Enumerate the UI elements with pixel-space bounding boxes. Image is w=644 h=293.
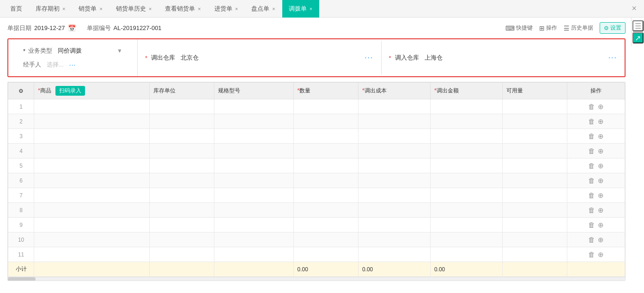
cell-product[interactable] [34, 188, 150, 203]
tab-sales-order[interactable]: 销货单 × [72, 0, 109, 18]
shortcut-link[interactable]: ⌨ 快捷键 [505, 24, 533, 32]
cell-unit[interactable] [149, 218, 214, 232]
cell-available[interactable] [502, 188, 567, 203]
cell-product[interactable] [34, 218, 150, 232]
cell-cost[interactable] [358, 129, 430, 144]
copy-row-button[interactable]: ⊕ [598, 236, 604, 244]
transfer-in-more-button[interactable]: ··· [608, 54, 617, 62]
cell-product[interactable] [34, 159, 150, 173]
cell-product[interactable] [34, 232, 150, 247]
cell-amount[interactable] [430, 203, 502, 218]
tab-sales-history[interactable]: 销货单历史 × [109, 0, 158, 18]
cell-qty[interactable] [293, 114, 358, 129]
close-tab-sales-order[interactable]: × [99, 6, 102, 12]
copy-row-button[interactable]: ⊕ [598, 103, 604, 111]
cell-cost[interactable] [358, 232, 430, 247]
cell-unit[interactable] [149, 232, 214, 247]
cell-spec[interactable] [214, 218, 294, 232]
cell-qty[interactable] [293, 159, 358, 173]
cell-product[interactable] [34, 203, 150, 218]
copy-row-button[interactable]: ⊕ [598, 177, 604, 185]
cell-amount[interactable] [430, 173, 502, 188]
cell-spec[interactable] [214, 144, 294, 159]
cell-spec[interactable] [214, 129, 294, 144]
cell-cost[interactable] [358, 99, 430, 114]
delete-row-button[interactable]: 🗑 [588, 162, 595, 170]
cell-available[interactable] [502, 173, 567, 188]
cell-unit[interactable] [149, 247, 214, 262]
close-tab-purchase[interactable]: × [235, 6, 238, 12]
delete-row-button[interactable]: 🗑 [588, 206, 595, 214]
cell-amount[interactable] [430, 247, 502, 262]
cell-qty[interactable] [293, 173, 358, 188]
cell-qty[interactable] [293, 218, 358, 232]
cell-qty[interactable] [293, 144, 358, 159]
cell-amount[interactable] [430, 232, 502, 247]
cell-unit[interactable] [149, 173, 214, 188]
copy-row-button[interactable]: ⊕ [598, 206, 604, 214]
cell-spec[interactable] [214, 247, 294, 262]
cell-cost[interactable] [358, 144, 430, 159]
horizontal-scrollbar[interactable] [8, 277, 625, 281]
cell-cost[interactable] [358, 159, 430, 173]
cell-spec[interactable] [214, 114, 294, 129]
handler-more-button[interactable]: ··· [69, 61, 76, 68]
cell-amount[interactable] [430, 218, 502, 232]
cell-unit[interactable] [149, 144, 214, 159]
delete-row-button[interactable]: 🗑 [588, 117, 595, 125]
cell-product[interactable] [34, 247, 150, 262]
calendar-icon[interactable]: 📅 [68, 24, 76, 32]
cell-amount[interactable] [430, 144, 502, 159]
cell-qty[interactable] [293, 129, 358, 144]
copy-row-button[interactable]: ⊕ [598, 162, 604, 170]
cell-unit[interactable] [149, 99, 214, 114]
cell-available[interactable] [502, 114, 567, 129]
copy-row-button[interactable]: ⊕ [598, 147, 604, 155]
cell-product[interactable] [34, 173, 150, 188]
cell-available[interactable] [502, 203, 567, 218]
delete-row-button[interactable]: 🗑 [588, 103, 595, 110]
scrollbar-thumb[interactable] [8, 277, 36, 281]
cell-available[interactable] [502, 232, 567, 247]
sidebar-note-button[interactable]: ☰ [632, 20, 644, 31]
cell-product[interactable] [34, 129, 150, 144]
close-tab-view-sales[interactable]: × [198, 6, 200, 12]
copy-row-button[interactable]: ⊕ [598, 250, 604, 259]
cell-spec[interactable] [214, 159, 294, 173]
settings-button[interactable]: ⚙ 设置 [600, 22, 626, 34]
cell-available[interactable] [502, 144, 567, 159]
cell-product[interactable] [34, 114, 150, 129]
cell-qty[interactable] [293, 99, 358, 114]
tab-stocktake[interactable]: 盘点单 × [245, 0, 282, 18]
cell-unit[interactable] [149, 159, 214, 173]
cell-product[interactable] [34, 99, 150, 114]
scan-input-button[interactable]: 扫码录入 [55, 86, 85, 96]
tab-transfer[interactable]: 调拨单 × [282, 0, 319, 18]
delete-row-button[interactable]: 🗑 [588, 132, 595, 140]
copy-row-button[interactable]: ⊕ [598, 191, 604, 200]
cell-qty[interactable] [293, 247, 358, 262]
close-tab-stocktake[interactable]: × [272, 6, 275, 12]
ops-link[interactable]: ⊞ 操作 [539, 24, 557, 32]
cell-qty[interactable] [293, 203, 358, 218]
cell-amount[interactable] [430, 188, 502, 203]
cell-amount[interactable] [430, 129, 502, 144]
copy-row-button[interactable]: ⊕ [598, 221, 604, 229]
dropdown-arrow-icon[interactable]: ▼ [117, 48, 122, 54]
close-tab-inventory-init[interactable]: × [62, 6, 65, 12]
sidebar-expand-button[interactable]: ↗ [632, 32, 644, 43]
cell-amount[interactable] [430, 114, 502, 129]
cell-product[interactable] [34, 144, 150, 159]
delete-row-button[interactable]: 🗑 [588, 250, 595, 258]
tab-view-sales[interactable]: 查看销货单 × [158, 0, 207, 18]
cell-amount[interactable] [430, 159, 502, 173]
cell-available[interactable] [502, 159, 567, 173]
handler-input[interactable]: 选择... [47, 61, 64, 69]
business-type-select[interactable]: 同价调拨 ▼ [55, 47, 122, 55]
delete-row-button[interactable]: 🗑 [588, 236, 595, 244]
cell-cost[interactable] [358, 247, 430, 262]
cell-available[interactable] [502, 218, 567, 232]
cell-cost[interactable] [358, 173, 430, 188]
close-tab-transfer[interactable]: × [310, 6, 312, 12]
cell-unit[interactable] [149, 188, 214, 203]
